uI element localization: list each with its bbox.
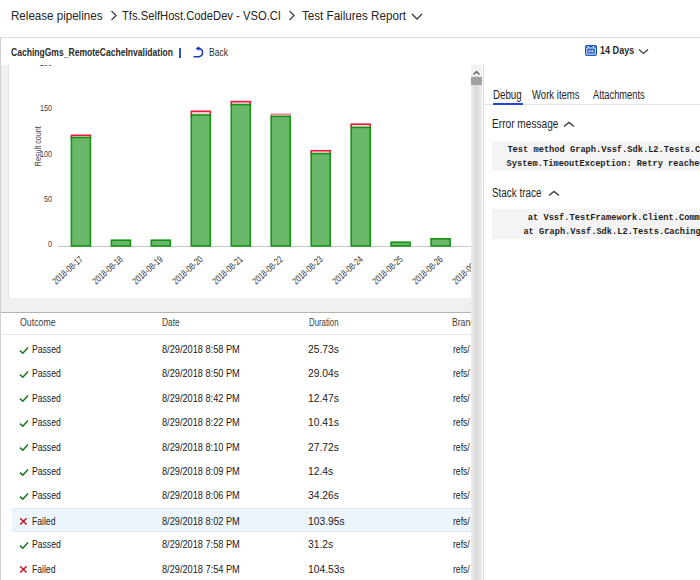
svg-text:0: 0	[48, 238, 52, 249]
svg-text:2018-08-18: 2018-08-18	[90, 254, 125, 287]
svg-text:2018-08-17: 2018-08-17	[50, 254, 85, 287]
svg-text:50: 50	[44, 193, 52, 204]
svg-text:2018-08-26: 2018-08-26	[410, 254, 445, 287]
svg-text:2018-08-23: 2018-08-23	[290, 254, 325, 287]
svg-text:2018-08-24: 2018-08-24	[330, 254, 365, 287]
svg-text:2018-08-22: 2018-08-22	[250, 254, 285, 287]
svg-text:2018-08-21: 2018-08-21	[210, 254, 245, 287]
svg-text:2018-08-25: 2018-08-25	[370, 254, 405, 287]
svg-text:Result count: Result count	[32, 126, 43, 166]
svg-text:2018-08-19: 2018-08-19	[130, 254, 165, 287]
svg-text:2018-08-20: 2018-08-20	[170, 254, 205, 287]
svg-text:200: 200	[40, 65, 52, 68]
svg-text:150: 150	[40, 102, 52, 113]
svg-text:2018-08-27: 2018-08-27	[450, 254, 471, 287]
